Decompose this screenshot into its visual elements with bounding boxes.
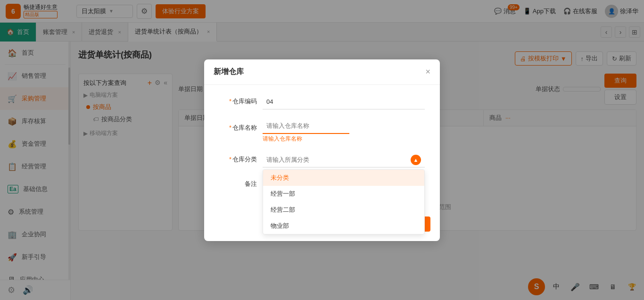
name-input[interactable]: [263, 119, 349, 134]
dropdown-option-dept2[interactable]: 经营二部: [263, 202, 424, 218]
code-label: 仓库编码: [219, 94, 257, 106]
modal-close-icon[interactable]: ×: [425, 67, 430, 77]
dropdown-option-property[interactable]: 物业部: [263, 218, 424, 234]
form-row-name: 仓库名称 请输入仓库名称: [219, 119, 425, 143]
dropdown-list: 未分类 经营一部 经营二部 物业部: [263, 169, 425, 234]
category-label: 仓库分类: [219, 152, 257, 164]
dropdown-arrow-icon[interactable]: ▲: [411, 155, 421, 165]
name-error-msg: 请输入仓库名称: [263, 135, 302, 143]
form-row-code: 仓库编码: [219, 94, 425, 109]
modal-new-warehouse: 新增仓库 × 仓库编码 仓库名称 请输入仓库名称 仓库分类: [204, 59, 440, 241]
name-row-inner: 仓库名称: [219, 119, 349, 134]
category-dropdown[interactable]: ▲ 未分类 经营一部 经营二部 物业部: [263, 152, 425, 167]
name-error-area: 请输入仓库名称: [263, 134, 302, 143]
modal-header: 新增仓库 ×: [204, 59, 440, 85]
modal-body: 仓库编码 仓库名称 请输入仓库名称 仓库分类 ▲: [204, 85, 440, 211]
code-input[interactable]: [263, 94, 425, 109]
modal-title: 新增仓库: [214, 67, 244, 77]
category-input[interactable]: [263, 152, 425, 167]
note-label: 备注: [219, 177, 257, 188]
name-label: 仓库名称: [219, 121, 257, 132]
dropdown-option-dept1[interactable]: 经营一部: [263, 186, 424, 202]
dropdown-option-unclassified[interactable]: 未分类: [263, 170, 424, 186]
modal-overlay[interactable]: 新增仓库 × 仓库编码 仓库名称 请输入仓库名称 仓库分类: [0, 0, 644, 300]
form-row-category: 仓库分类 ▲ 未分类 经营一部 经营二部 物业部: [219, 152, 425, 167]
